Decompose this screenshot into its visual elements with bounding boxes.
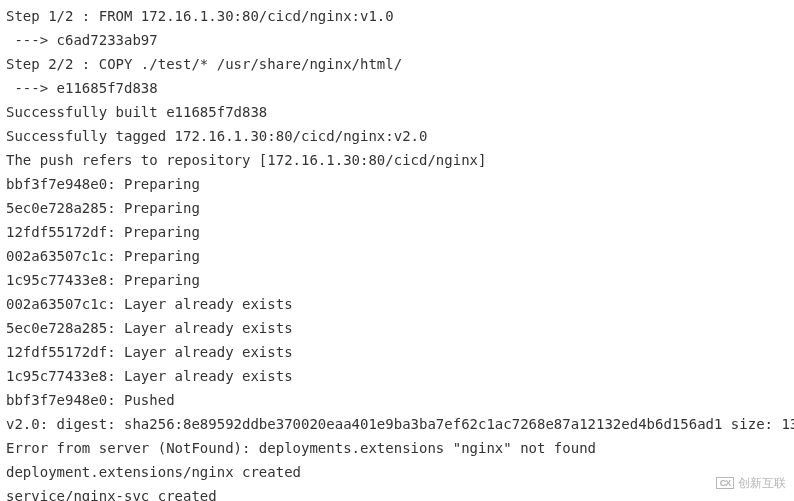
log-line: Successfully tagged 172.16.1.30:80/cicd/… xyxy=(6,124,788,148)
watermark-logo-icon: CX xyxy=(716,477,734,489)
build-log-output: Step 1/2 : FROM 172.16.1.30:80/cicd/ngin… xyxy=(6,4,788,501)
log-line: 5ec0e728a285: Preparing xyxy=(6,196,788,220)
log-line: Step 1/2 : FROM 172.16.1.30:80/cicd/ngin… xyxy=(6,4,788,28)
log-line: 5ec0e728a285: Layer already exists xyxy=(6,316,788,340)
log-line: Error from server (NotFound): deployment… xyxy=(6,436,788,460)
log-line: Successfully built e11685f7d838 xyxy=(6,100,788,124)
log-line: bbf3f7e948e0: Preparing xyxy=(6,172,788,196)
log-line: 002a63507c1c: Preparing xyxy=(6,244,788,268)
log-line: v2.0: digest: sha256:8e89592ddbe370020ea… xyxy=(6,412,788,436)
log-line: The push refers to repository [172.16.1.… xyxy=(6,148,788,172)
log-line: 1c95c77433e8: Preparing xyxy=(6,268,788,292)
watermark-label: 创新互联 xyxy=(738,471,786,495)
log-line: deployment.extensions/nginx created xyxy=(6,460,788,484)
log-line: ---> c6ad7233ab97 xyxy=(6,28,788,52)
log-line: service/nginx-svc created xyxy=(6,484,788,501)
log-line: 002a63507c1c: Layer already exists xyxy=(6,292,788,316)
log-line: Step 2/2 : COPY ./test/* /usr/share/ngin… xyxy=(6,52,788,76)
log-line: 12fdf55172df: Layer already exists xyxy=(6,340,788,364)
log-line: 12fdf55172df: Preparing xyxy=(6,220,788,244)
log-line: ---> e11685f7d838 xyxy=(6,76,788,100)
log-line: 1c95c77433e8: Layer already exists xyxy=(6,364,788,388)
watermark: CX 创新互联 xyxy=(716,471,786,495)
log-line: bbf3f7e948e0: Pushed xyxy=(6,388,788,412)
